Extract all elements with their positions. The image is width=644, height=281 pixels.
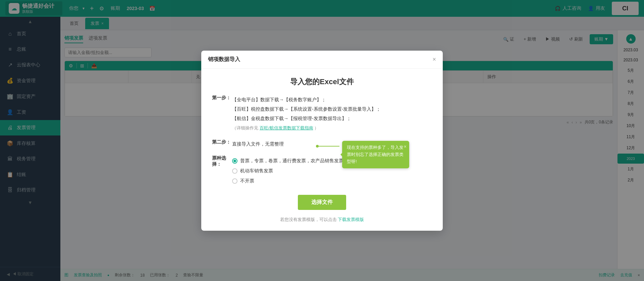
step1-content: 【全电平台】数据下载→【税务数字账户】； 【百旺】税控盘数据下载→【系统设置-系… [232, 95, 432, 132]
radio-label-3: 不开票 [240, 178, 254, 184]
step1-line2: 【百旺】税控盘数据下载→【系统设置-系统参数设置-发票批量导入】； [232, 104, 432, 114]
modal-title: 销项数据导入 [208, 56, 240, 63]
radio-btn-2[interactable] [232, 168, 237, 174]
step1-line3: 【航信】金税盘数据下载→【报税管理-发票数据导出】； [232, 114, 432, 123]
modal: 销项数据导入 × 导入您的Excel文件 第一步： 【全电平台】数据下载→【税务… [201, 51, 443, 231]
select-file-btn[interactable]: 选择文件 [298, 195, 346, 210]
download-template-link[interactable]: 下载发票模版 [338, 217, 364, 222]
modal-close-btn[interactable]: × [432, 56, 436, 63]
step1-guide-link[interactable]: 百旺/航信发票数据下载指南 [260, 125, 313, 130]
step1-note: （详细操作见 百旺/航信发票数据下载指南 ） [232, 123, 432, 132]
ticket-select-label: 票种选择： [212, 155, 232, 167]
radio-btn-3[interactable] [232, 178, 237, 184]
step2-label: 第二步： [212, 139, 232, 145]
step1-row: 第一步： 【全电平台】数据下载→【税务数字账户】； 【百旺】税控盘数据下载→【系… [212, 95, 432, 132]
radio-option-3[interactable]: 不开票 [232, 178, 343, 184]
step1-note-text: （详细操作见 [232, 125, 258, 130]
radio-option-2[interactable]: 机动车销售发票 [232, 168, 343, 174]
radio-group: 普票，专票，卷票，通行费发票，农产品销售发票 机动车销售发票 不开票 [232, 158, 343, 188]
tooltip-close-btn[interactable]: × [404, 143, 407, 150]
modal-header: 销项数据导入 × [201, 51, 443, 69]
step1-line1: 【全电平台】数据下载→【税务数字账户】； [232, 95, 432, 104]
radio-label-1: 普票，专票，卷票，通行费发票，农产品销售发票 [240, 158, 343, 164]
step1-label: 第一步： [212, 95, 232, 101]
radio-btn-1[interactable] [232, 158, 237, 164]
tooltip-text: 现在支持的票种多了，导入发票时别忘了选择正确的发票类型呀! [347, 145, 404, 164]
modal-overlay: 销项数据导入 × 导入您的Excel文件 第一步： 【全电平台】数据下载→【税务… [0, 0, 644, 281]
modal-footer-note: 若您没有发票模版，可以点击 下载发票模版 [212, 217, 432, 223]
radio-label-2: 机动车销售发票 [240, 168, 273, 174]
step1-note-end: ） [314, 125, 319, 130]
modal-main-title: 导入您的Excel文件 [212, 77, 432, 87]
step1-section: 第一步： 【全电平台】数据下载→【税务数字账户】； 【百旺】税控盘数据下载→【系… [212, 95, 432, 132]
tooltip-bubble: × 现在支持的票种多了，导入发票时别忘了选择正确的发票类型呀! [342, 141, 409, 168]
radio-option-1[interactable]: 普票，专票，卷票，通行费发票，农产品销售发票 [232, 158, 343, 164]
tooltip-line [316, 146, 339, 147]
